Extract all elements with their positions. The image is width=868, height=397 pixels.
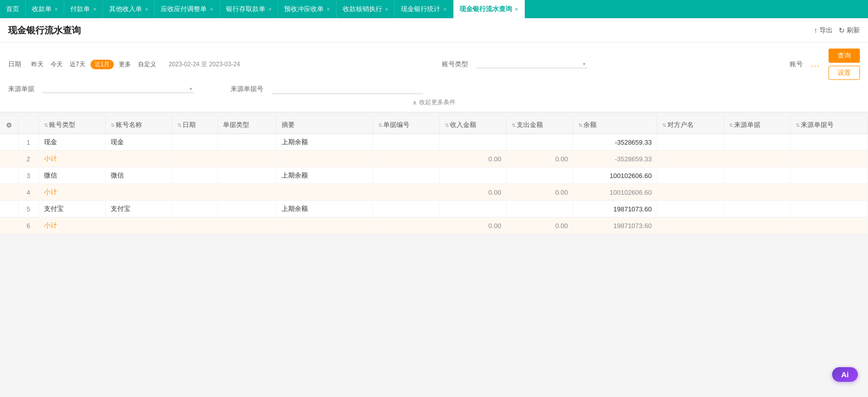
row-expense-cell [507, 167, 573, 184]
row-expense-cell: 0.00 [507, 151, 573, 167]
col-expense[interactable]: ⇅支出金额 [507, 116, 573, 134]
date-opt-yesterday[interactable]: 昨天 [29, 60, 45, 69]
row-source-doc-cell [724, 201, 791, 217]
row-date-cell [172, 184, 218, 201]
account-type-label: 账号类型 [442, 60, 468, 69]
nav-tab-shoukuanhexiao-close[interactable]: × [385, 6, 388, 12]
query-button[interactable]: 查询 [829, 49, 860, 63]
row-gear-cell [0, 167, 18, 184]
row-source-doc-num-cell [791, 217, 868, 234]
row-expense-cell [507, 134, 573, 151]
col-counterparty[interactable]: ⇅对方户名 [657, 116, 724, 134]
nav-tab-shoukuanhexiao[interactable]: 收款核销执行 × [337, 0, 395, 18]
filter-row-2: 来源单据 ▾ 来源单据号 [8, 84, 860, 94]
table-row: 5支付宝支付宝上期余额19871073.60 [0, 201, 868, 217]
row-num-cell: 4 [18, 184, 38, 201]
row-account-type-cell: 小计 [38, 217, 105, 234]
nav-tab-fukuan[interactable]: 付款单 × [64, 0, 103, 18]
row-balance-cell: 100102606.60 [573, 167, 657, 184]
row-expense-cell: 0.00 [507, 217, 573, 234]
nav-tab-qitashouru-close[interactable]: × [145, 6, 148, 12]
table-row: 2小计0.000.00-3528659.33 [0, 151, 868, 167]
row-date-cell [172, 217, 218, 234]
row-doc-type-cell [218, 201, 277, 217]
date-opt-1month[interactable]: 近1月 [90, 60, 114, 69]
row-gear-cell [0, 184, 18, 201]
date-range-display: 2023-02-24 至 2023-03-24 [168, 60, 240, 69]
refresh-icon: ↻ [839, 26, 845, 34]
date-opt-custom[interactable]: 自定义 [136, 60, 158, 69]
row-summary-cell [277, 184, 373, 201]
date-opt-7days[interactable]: 近7天 [68, 60, 87, 69]
nav-tab-yinhangcunqu-label: 银行存取款单 [226, 5, 265, 14]
col-income[interactable]: ⇅收入金额 [440, 116, 507, 134]
page-title: 现金银行流水查询 [8, 24, 81, 36]
row-expense-cell: 0.00 [507, 184, 573, 201]
date-opt-more[interactable]: 更多 [117, 60, 133, 69]
collapse-bar[interactable]: ∧ 收起更多条件 [8, 96, 860, 108]
account-dots-button[interactable]: ... [811, 60, 820, 69]
row-doc-type-cell [218, 184, 277, 201]
nav-tab-shoukuan-label: 收款单 [32, 5, 52, 14]
nav-tab-fukuan-close[interactable]: × [93, 6, 96, 12]
nav-tab-qitashouru[interactable]: 其他收入单 × [103, 0, 155, 18]
col-balance[interactable]: ⇅余额 [573, 116, 657, 134]
nav-tab-liushuchaxun-close[interactable]: × [515, 6, 518, 12]
export-button[interactable]: ↑ 导出 [814, 26, 833, 35]
filter-row-1: 日期 昨天 今天 近7天 近1月 更多 自定义 2023-02-24 至 202… [8, 49, 860, 80]
row-num-cell: 6 [18, 217, 38, 234]
nav-tab-yingshouyingfu[interactable]: 应收应付调整单 × [155, 0, 219, 18]
row-account-type-cell: 小计 [38, 184, 105, 201]
row-counterparty-cell [657, 151, 724, 167]
collapse-label: 收起更多条件 [419, 98, 455, 107]
nav-tab-yushouchong[interactable]: 预收冲应收单 × [278, 0, 336, 18]
col-account-type[interactable]: ⇅账号类型 [38, 116, 105, 134]
nav-tab-yingshouyingfu-close[interactable]: × [210, 6, 213, 12]
export-label: 导出 [819, 26, 833, 35]
nav-tab-yinhangcunqu-close[interactable]: × [268, 6, 271, 12]
col-doc-num[interactable]: ⇅单据编号 [373, 116, 440, 134]
source-doc-select[interactable]: ▾ [42, 85, 194, 93]
source-doc-num-input[interactable] [271, 84, 423, 94]
col-gear[interactable]: ⚙ [0, 116, 18, 134]
row-account-name-cell [105, 217, 172, 234]
row-balance-cell: 19871073.60 [573, 201, 657, 217]
row-summary-cell: 上期余额 [277, 201, 373, 217]
row-account-name-cell: 微信 [105, 167, 172, 184]
nav-tab-tongji[interactable]: 现金银行统计 × [395, 0, 453, 18]
row-doc-num-cell [373, 134, 440, 151]
col-account-name[interactable]: ⇅账号名称 [105, 116, 172, 134]
row-source-doc-cell [724, 217, 791, 234]
row-income-cell: 0.00 [440, 184, 507, 201]
col-source-doc[interactable]: ⇅来源单据 [724, 116, 791, 134]
nav-tab-shoukuan[interactable]: 收款单 × [26, 0, 64, 18]
refresh-button[interactable]: ↻ 刷新 [839, 26, 860, 35]
row-summary-cell: 上期余额 [277, 134, 373, 151]
row-counterparty-cell [657, 184, 724, 201]
nav-tab-tongji-close[interactable]: × [443, 6, 446, 12]
row-date-cell [172, 151, 218, 167]
row-balance-cell: -3528659.33 [573, 151, 657, 167]
top-nav: 首页 收款单 × 付款单 × 其他收入单 × 应收应付调整单 × 银行存取款单 … [0, 0, 868, 18]
source-doc-label: 来源单据 [8, 84, 34, 94]
table-row: 6小计0.000.0019871073.60 [0, 217, 868, 234]
nav-tab-yinhangcunqu[interactable]: 银行存取款单 × [220, 0, 278, 18]
nav-tab-yushouchong-close[interactable]: × [327, 6, 330, 12]
row-balance-cell: 100102606.60 [573, 184, 657, 201]
row-gear-cell [0, 201, 18, 217]
row-income-cell: 0.00 [440, 217, 507, 234]
col-date[interactable]: ⇅日期 [172, 116, 218, 134]
nav-tab-home[interactable]: 首页 [0, 0, 26, 18]
col-source-doc-num[interactable]: ⇅来源单据号 [791, 116, 868, 134]
row-doc-type-cell [218, 151, 277, 167]
row-account-name-cell: 支付宝 [105, 201, 172, 217]
row-counterparty-cell [657, 201, 724, 217]
nav-tab-liushuchaxun[interactable]: 现金银行流水查询 × [453, 0, 525, 18]
account-type-select[interactable]: ▾ [476, 60, 587, 68]
date-opt-today[interactable]: 今天 [49, 60, 65, 69]
setting-button[interactable]: 设置 [829, 66, 860, 80]
nav-tab-tongji-label: 现金银行统计 [401, 5, 440, 14]
row-gear-cell [0, 151, 18, 167]
nav-tab-shoukuan-close[interactable]: × [55, 6, 58, 12]
row-source-doc-num-cell [791, 167, 868, 184]
